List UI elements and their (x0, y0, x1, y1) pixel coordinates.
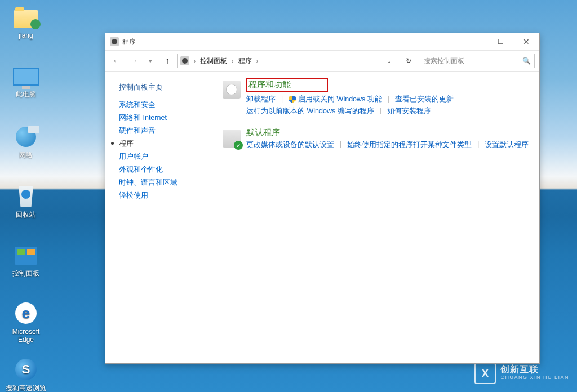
desktop-icon-label: 搜狗高速浏览 (5, 384, 47, 392)
desktop-icon-control-panel[interactable]: 控制面板 (5, 244, 47, 277)
address-dropdown-icon[interactable]: ⌄ (383, 58, 394, 64)
sidebar-item-programs[interactable]: 程序 (119, 139, 218, 149)
link-label: 启用或关闭 Windows 功能 (298, 95, 382, 104)
breadcrumb-sep-icon: › (232, 58, 233, 64)
watermark-logo-icon: X (474, 363, 496, 384)
shield-icon (288, 96, 296, 104)
desktop-icon-label: 控制面板 (5, 269, 47, 277)
desktop-icon-recycle-bin[interactable]: 回收站 (5, 186, 47, 219)
link-windows-features[interactable]: 启用或关闭 Windows 功能 (288, 95, 382, 104)
breadcrumb-sep-icon: › (194, 58, 196, 64)
section-links: 卸载程序 | 启用或关闭 Windows 功能 | 查看已安装的更新 运行为以前… (246, 95, 530, 116)
sidebar-item-clock-language[interactable]: 时钟、语言和区域 (119, 178, 218, 188)
breadcrumb-item[interactable]: 程序 (238, 56, 252, 66)
sidebar: 控制面板主页 系统和安全 网络和 Internet 硬件和声音 程序 用户帐户 … (105, 72, 218, 363)
back-button[interactable]: ← (110, 54, 123, 68)
sidebar-item-ease-of-access[interactable]: 轻松使用 (119, 191, 218, 201)
link-view-updates[interactable]: 查看已安装的更新 (395, 95, 454, 104)
navigation-bar: ← → ▾ ↑ › 控制面板 › 程序 › ⌄ ↻ 搜索控制面板 🔍 (105, 50, 539, 72)
section-programs-and-features: 程序和功能 卸载程序 | 启用或关闭 Windows 功能 | 查看已安装的更新 (223, 78, 530, 116)
link-uninstall-program[interactable]: 卸载程序 (246, 95, 276, 104)
forward-button[interactable]: → (127, 54, 140, 68)
desktop-icon-network[interactable]: 网络 (5, 126, 47, 159)
section-title-default-programs[interactable]: 默认程序 (246, 127, 280, 138)
sidebar-item-system-security[interactable]: 系统和安全 (119, 100, 218, 110)
sidebar-home[interactable]: 控制面板主页 (119, 83, 218, 92)
sidebar-item-hardware-sound[interactable]: 硬件和声音 (119, 126, 218, 136)
link-change-media-defaults[interactable]: 更改媒体或设备的默认设置 (246, 140, 334, 150)
search-placeholder: 搜索控制面板 (424, 56, 464, 66)
folder-icon (14, 10, 38, 28)
minimize-button[interactable]: — (461, 33, 487, 50)
content-area: 程序和功能 卸载程序 | 启用或关闭 Windows 功能 | 查看已安装的更新 (218, 72, 539, 363)
recycle-bin-icon (12, 186, 39, 208)
maximize-button[interactable]: ☐ (487, 33, 513, 50)
breadcrumb-sep-icon: › (256, 58, 258, 64)
desktop-icon-label: Edge (5, 336, 47, 344)
desktop-icon-label: 网络 (5, 151, 47, 159)
desktop-icon-user-folder[interactable]: jiang (5, 7, 47, 39)
section-default-programs: 默认程序 更改媒体或设备的默认设置 | 始终使用指定的程序打开某种文件类型 | … (223, 127, 530, 150)
refresh-button[interactable]: ↻ (401, 54, 416, 68)
desktop-icon-sogou[interactable]: S 搜狗高速浏览 (5, 359, 47, 392)
sidebar-item-user-accounts[interactable]: 用户帐户 (119, 152, 218, 162)
titlebar[interactable]: 程序 — ☐ ✕ (105, 33, 539, 50)
desktop-background: jiang 此电脑 网络 回收站 控制面板 e Microsoft Edge S… (0, 0, 577, 392)
desktop-icon-label: Microsoft (5, 328, 47, 336)
close-button[interactable]: ✕ (513, 33, 539, 50)
desktop-icon-label: 此电脑 (5, 90, 47, 98)
sogou-icon: S (12, 359, 39, 382)
search-input[interactable]: 搜索控制面板 🔍 (420, 54, 535, 68)
desktop-icon-edge[interactable]: e Microsoft Edge (5, 303, 47, 344)
window-app-icon (110, 37, 119, 46)
programs-and-features-icon (223, 81, 241, 99)
link-how-to-install[interactable]: 如何安装程序 (387, 106, 431, 116)
address-bar[interactable]: › 控制面板 › 程序 › ⌄ (177, 54, 397, 68)
desktop-icon-this-pc[interactable]: 此电脑 (5, 65, 47, 98)
sidebar-item-appearance[interactable]: 外观和个性化 (119, 165, 218, 175)
network-icon (12, 126, 39, 149)
control-panel-window: 程序 — ☐ ✕ ← → ▾ ↑ › 控制面板 › 程序 › ⌄ (105, 33, 540, 364)
computer-icon (12, 65, 39, 88)
link-divider: | (380, 106, 381, 116)
link-file-type-defaults[interactable]: 始终使用指定的程序打开某种文件类型 (347, 140, 472, 150)
search-icon: 🔍 (522, 57, 531, 65)
breadcrumb-item[interactable]: 控制面板 (200, 56, 227, 66)
watermark-sub: CHUANG XIN HU LIAN (500, 373, 569, 381)
control-panel-icon (12, 244, 39, 267)
up-button[interactable]: ↑ (161, 54, 174, 68)
link-set-default-programs[interactable]: 设置默认程序 (485, 140, 529, 150)
link-divider: | (281, 95, 283, 104)
section-links: 更改媒体或设备的默认设置 | 始终使用指定的程序打开某种文件类型 | 设置默认程… (246, 140, 530, 150)
desktop-icon-label: 回收站 (5, 211, 47, 219)
sidebar-item-network-internet[interactable]: 网络和 Internet (119, 113, 218, 123)
address-bar-icon (180, 56, 189, 65)
window-title: 程序 (122, 37, 136, 47)
edge-icon: e (12, 303, 39, 326)
default-programs-icon (223, 130, 241, 148)
link-divider: | (477, 140, 479, 150)
watermark-brand: 创新互联 (500, 366, 569, 373)
section-title-programs-and-features[interactable]: 程序和功能 (246, 78, 328, 92)
recent-locations-button[interactable]: ▾ (144, 54, 157, 68)
link-divider: | (388, 95, 389, 104)
link-run-old-programs[interactable]: 运行为以前版本的 Windows 编写的程序 (246, 106, 374, 116)
link-divider: | (340, 140, 341, 150)
desktop-icon-label: jiang (5, 32, 47, 39)
watermark: X 创新互联 CHUANG XIN HU LIAN (474, 363, 569, 384)
